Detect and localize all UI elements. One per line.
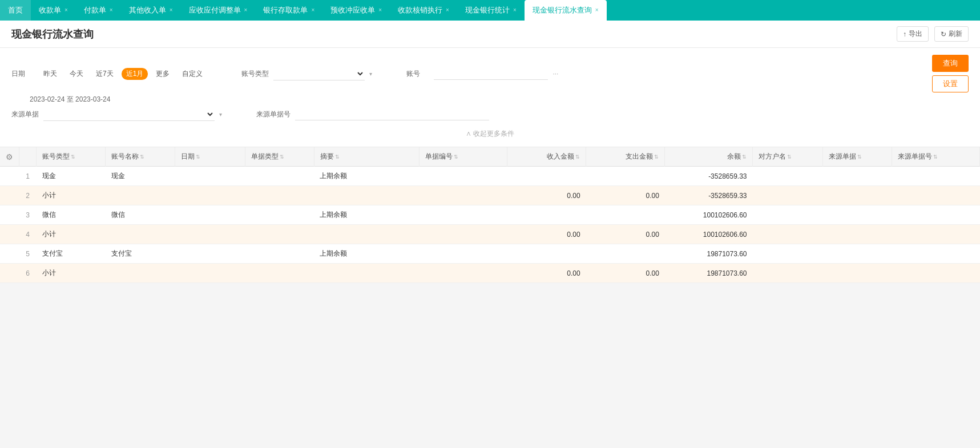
nav-payment[interactable]: 付款单 ×: [76, 0, 121, 21]
col-summary[interactable]: 摘要⇅: [314, 147, 419, 167]
row-receipt-amount-cell: [507, 244, 586, 264]
row-payment-amount-cell: 0.00: [586, 225, 665, 244]
col-account-type[interactable]: 账号类型⇅: [37, 147, 106, 167]
account-type-select[interactable]: [273, 67, 365, 80]
row-voucher-type-cell: [245, 186, 314, 205]
sort-icon: ⇅: [742, 154, 747, 160]
col-voucher-type[interactable]: 单据类型⇅: [245, 147, 314, 167]
row-counterparty-cell: [753, 225, 823, 244]
close-icon[interactable]: ×: [595, 0, 599, 21]
col-date[interactable]: 日期⇅: [175, 147, 245, 167]
col-balance[interactable]: 余额⇅: [665, 147, 753, 167]
row-voucher-no-cell: [420, 186, 507, 205]
row-summary-cell: [314, 225, 419, 244]
row-source-no-cell: [892, 186, 980, 205]
col-source-doc[interactable]: 来源单据⇅: [822, 147, 892, 167]
row-counterparty-cell: [753, 186, 823, 205]
close-icon[interactable]: ×: [311, 0, 314, 21]
source-no-input[interactable]: [295, 108, 489, 120]
account-no-input[interactable]: [434, 68, 548, 80]
close-icon[interactable]: ×: [513, 0, 517, 21]
nav-prepay-offset[interactable]: 预收冲应收单 ×: [322, 0, 390, 21]
date-1month[interactable]: 近1月: [122, 68, 148, 80]
account-no-filter-group: 账号 ···: [406, 68, 558, 80]
row-date-cell: [175, 205, 245, 225]
close-icon[interactable]: ×: [170, 0, 173, 21]
row-account-name-cell: [106, 186, 175, 205]
date-7days[interactable]: 近7天: [91, 68, 118, 80]
row-gear-cell: [0, 225, 19, 244]
col-receipt-amount[interactable]: 收入金额⇅: [507, 147, 586, 167]
close-icon[interactable]: ×: [110, 0, 113, 21]
query-button[interactable]: 查询: [932, 55, 969, 72]
date-more[interactable]: 更多: [151, 68, 174, 80]
col-voucher-no[interactable]: 单据编号⇅: [420, 147, 507, 167]
sort-icon: ⇅: [933, 154, 938, 160]
export-icon: ↑: [903, 30, 906, 38]
col-source-no[interactable]: 来源单据号⇅: [892, 147, 980, 167]
row-voucher-type-cell: [245, 225, 314, 244]
source-doc-label: 来源单据: [11, 110, 39, 119]
more-icon[interactable]: ···: [552, 70, 558, 78]
row-source-no-cell: [892, 264, 980, 283]
nav-receipt[interactable]: 收款单 ×: [31, 0, 76, 21]
table-row: 4小计0.000.00100102606.60: [0, 225, 980, 244]
table-row: 1现金现金上期余额-3528659.33: [0, 167, 980, 186]
header-actions: ↑ 导出 ↻ 刷新: [897, 26, 969, 42]
date-yesterday[interactable]: 昨天: [39, 68, 62, 80]
sort-icon: ⇅: [280, 154, 284, 160]
row-account-name-cell: [106, 225, 175, 244]
row-voucher-no-cell: [420, 244, 507, 264]
row-balance-cell: 100102606.60: [665, 225, 753, 244]
nav-collection-execute[interactable]: 收款核销执行 ×: [390, 0, 457, 21]
page-header: 现金银行流水查询 ↑ 导出 ↻ 刷新: [0, 21, 980, 48]
gear-icon[interactable]: ⚙: [6, 152, 13, 162]
collapse-bar[interactable]: ∧ 收起更多条件: [11, 127, 969, 140]
row-gear-cell: [0, 186, 19, 205]
row-balance-cell: 19871073.60: [665, 244, 753, 264]
close-icon[interactable]: ×: [378, 0, 382, 21]
col-counterparty[interactable]: 对方户名⇅: [753, 147, 823, 167]
row-payment-amount-cell: 0.00: [586, 264, 665, 283]
account-no-label: 账号: [406, 69, 429, 79]
nav-ar-ap-adjust[interactable]: 应收应付调整单 ×: [181, 0, 256, 21]
date-filter-group: 日期 昨天 今天 近7天 近1月 更多 自定义: [11, 68, 207, 80]
row-num-cell: 6: [19, 264, 37, 283]
nav-other-income[interactable]: 其他收入单 ×: [121, 0, 181, 21]
row-payment-amount-cell: [586, 205, 665, 225]
close-icon[interactable]: ×: [446, 0, 449, 21]
row-account-type-cell: 小计: [37, 264, 106, 283]
table-row: 3微信微信上期余额100102606.60: [0, 205, 980, 225]
close-icon[interactable]: ×: [64, 0, 68, 21]
page-title: 现金银行流水查询: [11, 27, 94, 41]
row-account-name-cell: [106, 264, 175, 283]
row-account-type-cell: 小计: [37, 225, 106, 244]
nav-bank-deposit[interactable]: 银行存取款单 ×: [255, 0, 322, 21]
export-button[interactable]: ↑ 导出: [897, 26, 929, 42]
refresh-icon: ↻: [941, 30, 946, 38]
nav-home[interactable]: 首页: [0, 0, 31, 21]
source-doc-select[interactable]: [43, 108, 215, 121]
filter-row-2: 来源单据 ▾ 来源单据号: [11, 108, 969, 121]
close-icon[interactable]: ×: [244, 0, 248, 21]
date-custom[interactable]: 自定义: [178, 68, 207, 80]
table-area: ⚙ 账号类型⇅ 账号名称⇅ 日期⇅ 单据类型⇅ 摘要⇅: [0, 147, 980, 283]
source-doc-dropdown-arrow-icon: ▾: [219, 111, 222, 118]
table-header-row: ⚙ 账号类型⇅ 账号名称⇅ 日期⇅ 单据类型⇅ 摘要⇅: [0, 147, 980, 167]
col-account-name[interactable]: 账号名称⇅: [106, 147, 175, 167]
refresh-button[interactable]: ↻ 刷新: [934, 26, 969, 42]
col-payment-amount[interactable]: 支出金额⇅: [586, 147, 665, 167]
row-payment-amount-cell: 0.00: [586, 186, 665, 205]
nav-cash-bank-flow[interactable]: 现金银行流水查询 ×: [525, 0, 607, 21]
row-num-cell: 1: [19, 167, 37, 186]
row-payment-amount-cell: [586, 167, 665, 186]
sort-icon: ⇅: [71, 154, 75, 160]
date-today[interactable]: 今天: [65, 68, 88, 80]
settings-button[interactable]: 设置: [932, 75, 969, 92]
data-table: ⚙ 账号类型⇅ 账号名称⇅ 日期⇅ 单据类型⇅ 摘要⇅: [0, 147, 980, 283]
nav-cash-bank-stats[interactable]: 现金银行统计 ×: [457, 0, 525, 21]
col-gear: ⚙: [0, 147, 19, 167]
source-doc-filter-group: 来源单据 ▾: [11, 108, 222, 121]
sort-icon: ⇅: [787, 154, 792, 160]
row-account-type-cell: 小计: [37, 186, 106, 205]
